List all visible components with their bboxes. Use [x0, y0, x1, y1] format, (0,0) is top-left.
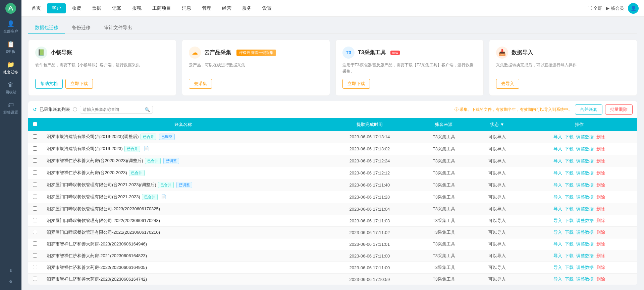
action-link[interactable]: 下载 — [565, 253, 574, 258]
nav-message[interactable]: 消息 — [177, 3, 196, 13]
action-link[interactable]: 下载 — [565, 170, 574, 175]
row-checkbox[interactable] — [33, 195, 37, 199]
row-checkbox[interactable] — [33, 146, 37, 151]
sidebar-user-settings[interactable]: ⚙ — [0, 277, 21, 287]
delete-action[interactable]: 删除 — [596, 265, 605, 270]
sidebar-item-all-clients[interactable]: 👤 全部客户 — [0, 17, 21, 37]
delete-action[interactable]: 删除 — [596, 146, 605, 151]
delete-action[interactable]: 删除 — [596, 158, 605, 163]
sidebar-download[interactable]: ⬇ — [0, 266, 21, 276]
action-link[interactable]: 下载 — [565, 277, 574, 282]
nav-business[interactable]: 工商项目 — [148, 3, 176, 13]
action-link[interactable]: 调整数据 — [576, 170, 594, 175]
go-import-button[interactable]: 去导入 — [496, 79, 519, 89]
search-icon[interactable]: 🔍 — [145, 107, 150, 112]
nav-operation[interactable]: 经营 — [217, 3, 236, 13]
action-link[interactable]: 调整数据 — [576, 265, 594, 270]
nav-billing[interactable]: 收费 — [67, 3, 86, 13]
tab-backup-migration[interactable]: 备份迁移 — [65, 22, 97, 34]
tab-data-migration[interactable]: 数据包迁移 — [28, 22, 65, 34]
row-checkbox[interactable] — [33, 183, 37, 187]
action-link[interactable]: 导入 — [553, 183, 562, 188]
row-checkbox[interactable] — [33, 158, 37, 163]
delete-action[interactable]: 删除 — [596, 134, 605, 139]
sidebar-item-tag-settings[interactable]: 🏷 标签设置 — [0, 98, 21, 118]
delete-action[interactable]: 删除 — [596, 253, 605, 258]
select-all-checkbox[interactable] — [33, 122, 37, 126]
col-status[interactable]: 状态 ▼ — [473, 118, 522, 131]
tab-audit-export[interactable]: 审计文件导出 — [97, 22, 139, 34]
action-link[interactable]: 导入 — [553, 158, 562, 163]
action-link[interactable]: 调整数据 — [576, 218, 594, 223]
delete-action[interactable]: 删除 — [596, 206, 605, 211]
action-link[interactable]: 调整数据 — [576, 158, 594, 163]
download-now-button[interactable]: 立即下载 — [65, 79, 93, 89]
delete-action[interactable]: 删除 — [596, 230, 605, 235]
action-link[interactable]: 下载 — [565, 134, 574, 139]
vip-btn[interactable]: ▶ 畅会员 — [606, 5, 624, 11]
delete-action[interactable]: 删除 — [596, 170, 605, 175]
action-link[interactable]: 下载 — [565, 206, 574, 211]
row-checkbox[interactable] — [33, 253, 37, 258]
help-doc-button[interactable]: 帮助文档 — [35, 79, 63, 89]
action-link[interactable]: 调整数据 — [576, 230, 594, 235]
merge-btn[interactable]: 合并账套 — [575, 104, 602, 115]
nav-settings[interactable]: 设置 — [258, 3, 276, 13]
action-link[interactable]: 导入 — [553, 277, 562, 282]
action-link[interactable]: 导入 — [553, 253, 562, 258]
delete-action[interactable]: 删除 — [596, 277, 605, 282]
action-link[interactable]: 下载 — [565, 241, 574, 246]
action-link[interactable]: 导入 — [553, 218, 562, 223]
action-link[interactable]: 导入 — [553, 146, 562, 151]
sidebar-item-zero-report[interactable]: 📋 0申报 — [0, 37, 21, 58]
nav-service[interactable]: 服务 — [237, 3, 256, 13]
delete-action[interactable]: 删除 — [596, 195, 605, 200]
action-link[interactable]: 调整数据 — [576, 253, 594, 258]
nav-tax[interactable]: 报税 — [127, 3, 146, 13]
delete-action[interactable]: 删除 — [596, 241, 605, 246]
action-link[interactable]: 导入 — [553, 241, 562, 246]
action-link[interactable]: 下载 — [565, 195, 574, 200]
batch-delete-btn[interactable]: 批量删除 — [605, 104, 633, 115]
row-checkbox[interactable] — [33, 265, 37, 269]
row-checkbox[interactable] — [33, 206, 37, 211]
nav-management[interactable]: 管理 — [197, 3, 216, 13]
refresh-icon[interactable]: ↺ — [33, 107, 37, 112]
action-link[interactable]: 导入 — [553, 230, 562, 235]
nav-home[interactable]: 首页 — [27, 3, 46, 13]
action-link[interactable]: 导入 — [553, 170, 562, 175]
action-link[interactable]: 导入 — [553, 134, 562, 139]
row-checkbox[interactable] — [33, 241, 37, 246]
delete-action[interactable]: 删除 — [596, 218, 605, 223]
action-link[interactable]: 调整数据 — [576, 146, 594, 151]
sidebar-item-account-migration[interactable]: 📁 账套迁移 — [0, 58, 21, 78]
search-input[interactable] — [83, 107, 143, 112]
user-avatar[interactable]: 👤 — [628, 3, 639, 14]
row-checkbox[interactable] — [33, 277, 37, 281]
action-link[interactable]: 下载 — [565, 265, 574, 270]
row-checkbox[interactable] — [33, 170, 37, 175]
row-checkbox[interactable] — [33, 230, 37, 234]
action-link[interactable]: 下载 — [565, 230, 574, 235]
nav-invoice[interactable]: 票据 — [87, 3, 106, 13]
action-link[interactable]: 导入 — [553, 206, 562, 211]
delete-action[interactable]: 删除 — [596, 183, 605, 188]
action-link[interactable]: 下载 — [565, 183, 574, 188]
action-link[interactable]: 调整数据 — [576, 134, 594, 139]
download-t3-button[interactable]: 立即下载 — [342, 79, 370, 89]
action-link[interactable]: 下载 — [565, 158, 574, 163]
action-link[interactable]: 调整数据 — [576, 241, 594, 246]
sidebar-item-recycle[interactable]: 🗑 回收站 — [0, 78, 21, 98]
row-checkbox[interactable] — [33, 218, 37, 222]
action-link[interactable]: 调整数据 — [576, 206, 594, 211]
action-link[interactable]: 调整数据 — [576, 183, 594, 188]
action-link[interactable]: 导入 — [553, 265, 562, 270]
row-checkbox[interactable] — [33, 134, 37, 139]
action-link[interactable]: 下载 — [565, 218, 574, 223]
action-link[interactable]: 导入 — [553, 195, 562, 200]
action-link[interactable]: 调整数据 — [576, 195, 594, 200]
go-collect-button[interactable]: 去采集 — [189, 79, 212, 89]
nav-accounting[interactable]: 记账 — [107, 3, 126, 13]
fullscreen-btn[interactable]: ⛶ 全屏 — [588, 5, 602, 11]
action-link[interactable]: 调整数据 — [576, 277, 594, 282]
